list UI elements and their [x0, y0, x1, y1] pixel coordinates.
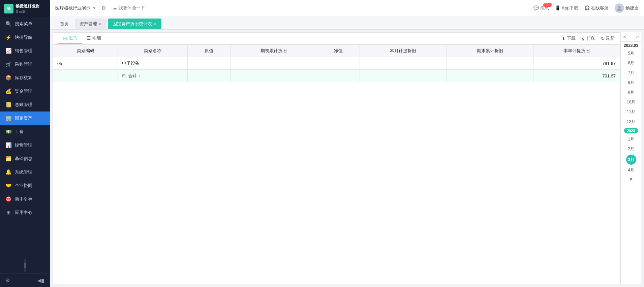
sidebar-item-sales[interactable]: 📈 销售管理 — [0, 44, 50, 58]
sidebar: 畅 畅捷通好业财 普及版 🔍 搜索菜单 ⚡ 快捷导航 📈 销售管理 🛒 采购管理… — [0, 0, 50, 287]
message-btn[interactable]: 💬 消息 99+ — [533, 5, 549, 11]
sub-tab-summary[interactable]: ◎ 汇总 — [58, 33, 82, 44]
depreciation-table: 类别编码 类别名称 原值 期初累计折旧 净值 本月计提折旧 期末累计折旧 本年计… — [53, 44, 620, 82]
sub-tab-detail[interactable]: ☰ 明细 — [82, 33, 106, 44]
message-icon: 💬 — [533, 5, 539, 10]
date-item-5[interactable]: 5月 — [621, 49, 641, 58]
date-item-2023-3-wrap: 3月 — [626, 154, 636, 165]
year-2023-badge[interactable]: 2023 — [624, 128, 638, 133]
sidebar-item-cooperation[interactable]: 🤝 企业协同 — [0, 179, 50, 192]
subtotal-original — [187, 70, 230, 82]
user-profile[interactable]: 畅捷通 — [615, 3, 639, 13]
row-name: 电子设备 — [118, 57, 187, 70]
col-header-net-value: 净值 — [317, 45, 360, 57]
date-item-2023-3-active[interactable]: 3月 — [626, 155, 636, 165]
table-wrapper: 类别编码 类别名称 原值 期初累计折旧 净值 本月计提折旧 期末累计折旧 本年计… — [53, 44, 620, 284]
purchase-icon: 🛒 — [5, 61, 11, 67]
customer-service-btn[interactable]: 🎧 在线客服 — [584, 5, 609, 11]
app-logo-text: 畅捷通好业财 普及版 — [16, 3, 40, 14]
sidebar-item-ledger[interactable]: 📒 总账管理 — [0, 98, 50, 111]
company-name: 医疗器械行业演示 — [55, 5, 90, 11]
subtotal-opening-dep — [230, 70, 317, 82]
date-panel-header: ✕ ⤢ — [621, 32, 641, 42]
sub-tabs: ◎ 汇总 ☰ 明细 — [58, 33, 562, 44]
download-btn[interactable]: ⬇ 下载 — [562, 35, 576, 41]
topbar-right: 💬 消息 99+ 📱 App下载 🎧 在线客服 畅捷通 — [533, 3, 639, 13]
date-item-10[interactable]: 10月 — [621, 97, 641, 107]
salary-icon: 💵 — [5, 129, 11, 135]
app-download-btn[interactable]: 📱 App下载 — [555, 5, 578, 11]
sidebar-item-salary[interactable]: 💵 工资 — [0, 125, 50, 138]
tab-depreciation[interactable]: 固定资产折旧统计表 ✕ — [108, 19, 161, 29]
guide-icon: 🎯 — [5, 196, 11, 202]
col-header-opening-dep: 期初累计折旧 — [230, 45, 317, 57]
sidebar-item-quick-nav[interactable]: ⚡ 快捷导航 — [0, 31, 50, 44]
sidebar-item-app-center[interactable]: ⊞ 应用中心 — [0, 206, 50, 219]
col-header-monthly-dep: 本月计提折旧 — [360, 45, 447, 57]
cooperation-icon: 🤝 — [5, 183, 11, 189]
avatar — [615, 3, 624, 13]
subtotal-monthly-dep — [360, 70, 447, 82]
date-item-12[interactable]: 12月 — [621, 117, 641, 127]
topbar: 医疗器械行业演示 ▼ ⚙ ☁ 我要体验一下 💬 消息 99+ 📱 App下载 🎧… — [50, 0, 644, 16]
date-panel-year-label: 2023.03 — [621, 42, 641, 49]
sidebar-item-finance[interactable]: 💰 资金管理 — [0, 85, 50, 98]
date-item-7[interactable]: 7月 — [621, 68, 641, 78]
operations-icon: 📊 — [5, 142, 11, 148]
print-btn[interactable]: 🖨 打印 — [581, 35, 595, 41]
row-opening-dep — [230, 57, 317, 70]
sidebar-item-basic-info[interactable]: 🗂️ 基础信息 — [0, 152, 50, 165]
col-header-annual-dep: 本年计提折旧 — [533, 45, 620, 57]
search-icon: 🔍 — [5, 21, 11, 27]
col-header-closing-dep: 期末累计折旧 — [447, 45, 533, 57]
date-panel: ✕ ⤢ 2023.03 5月 6月 7月 8月 9月 10月 11月 12月 2… — [620, 32, 641, 284]
tab-asset-mgmt-close[interactable]: ✕ — [99, 22, 102, 26]
date-item-8[interactable]: 8月 — [621, 78, 641, 88]
date-panel-close-btn[interactable]: ✕ — [623, 34, 626, 39]
ledger-icon: 📒 — [5, 102, 11, 108]
col-header-name: 类别名称 — [118, 45, 187, 57]
message-badge: 99+ — [543, 3, 552, 7]
collapse-icon[interactable]: ◀▮ — [37, 277, 44, 284]
date-item-9[interactable]: 9月 — [621, 88, 641, 97]
date-item-2023-4[interactable]: 4月 — [621, 165, 641, 175]
tab-home[interactable]: 首页 — [55, 19, 73, 29]
date-item-6[interactable]: 6月 — [621, 58, 641, 68]
appcenter-icon: ⊞ — [5, 210, 11, 216]
subtotal-net — [317, 70, 360, 82]
date-item-11[interactable]: 11月 — [621, 107, 641, 117]
refresh-btn[interactable]: ↻ 刷新 — [601, 35, 615, 41]
experience-btn[interactable]: ☁ 我要体验一下 — [113, 5, 145, 11]
row-annual-dep: 791.67 — [533, 57, 620, 70]
date-panel-expand-btn[interactable]: ⤢ — [636, 34, 639, 39]
tab-depreciation-close[interactable]: ✕ — [154, 22, 157, 26]
system-icon: 🔔 — [5, 169, 11, 175]
sidebar-item-guide[interactable]: 🎯 新手引导 — [0, 192, 50, 206]
detail-icon: ☰ — [87, 35, 91, 41]
settings-footer-icon[interactable]: ⚙ — [5, 277, 10, 284]
sidebar-item-inventory[interactable]: 📦 库存核算 — [0, 71, 50, 85]
sidebar-item-purchase[interactable]: 🛒 采购管理 — [0, 58, 50, 71]
sidebar-item-system[interactable]: 🔔 系统管理 — [0, 165, 50, 179]
date-item-2023-2[interactable]: 2月 — [621, 144, 641, 154]
settings-icon[interactable]: ⚙ — [101, 5, 106, 11]
row-original — [187, 57, 230, 70]
date-nav-down[interactable]: ▼ — [629, 175, 634, 183]
tab-asset-mgmt[interactable]: 资产管理 ✕ — [75, 19, 106, 29]
app-logo-icon: 畅 — [4, 4, 13, 13]
company-dropdown-icon: ▼ — [92, 6, 96, 10]
sidebar-item-operations[interactable]: 📊 经营管理 — [0, 138, 50, 152]
company-selector[interactable]: 医疗器械行业演示 ▼ — [55, 5, 96, 11]
main-content: 医疗器械行业演示 ▼ ⚙ ☁ 我要体验一下 💬 消息 99+ 📱 App下载 🎧… — [50, 0, 644, 287]
sidebar-item-fixed-assets[interactable]: 🏢 固定资产 — [0, 111, 50, 125]
subtotal-icon: ⊞ — [122, 73, 126, 78]
row-closing-dep — [447, 57, 533, 70]
sidebar-item-search[interactable]: 🔍 搜索菜单 — [0, 17, 50, 31]
subtotal-code — [53, 70, 118, 82]
subtotal-annual-dep: 791.67 — [533, 70, 620, 82]
row-code: 05 — [53, 57, 118, 70]
tabs-bar: 首页 资产管理 ✕ 固定资产折旧统计表 ✕ — [50, 16, 644, 30]
sales-icon: 📈 — [5, 48, 11, 54]
date-item-2023-1[interactable]: 1月 — [621, 134, 641, 144]
col-header-original: 原值 — [187, 45, 230, 57]
